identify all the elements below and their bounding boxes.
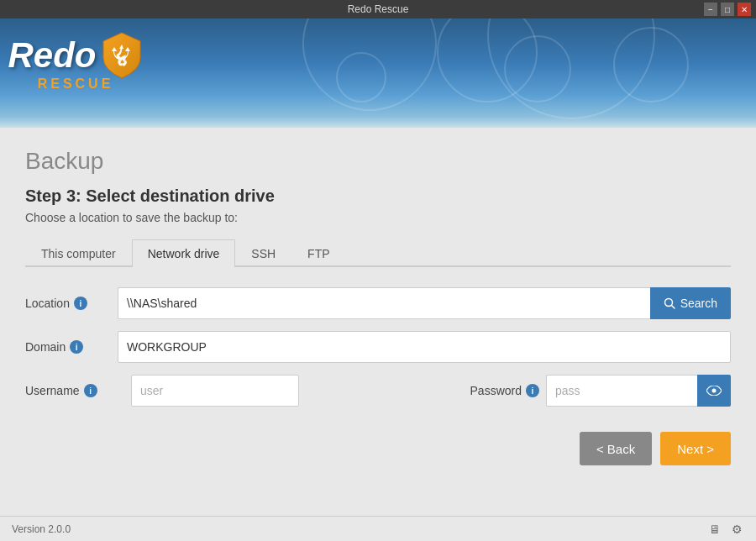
footer-icons: 🖥 ⚙ [707, 522, 744, 537]
search-icon [664, 297, 675, 309]
tab-bar: This computer Network drive SSH FTP [25, 238, 731, 267]
page-title: Backup [25, 148, 731, 175]
svg-line-2 [671, 306, 675, 309]
next-button[interactable]: Next > [660, 432, 731, 465]
password-info-icon[interactable]: i [526, 384, 539, 397]
location-info-icon[interactable]: i [74, 297, 87, 310]
main-content: Backup Step 3: Select destination drive … [0, 128, 756, 541]
username-info-icon[interactable]: i [84, 384, 97, 397]
logo: Redo ♻ RESCUE [17, 31, 134, 92]
window-controls: − □ ✕ [704, 3, 751, 16]
tab-this-computer[interactable]: This computer [25, 239, 132, 267]
password-group: Password i [470, 375, 731, 407]
network-icon: 🖥 [707, 522, 722, 537]
version-label: Version 2.0.0 [12, 523, 71, 535]
password-label: Password i [470, 384, 539, 397]
password-input-wrap [546, 375, 731, 407]
step-title: Step 3: Select destination drive [25, 186, 731, 206]
settings-icon: ⚙ [729, 522, 744, 537]
nav-buttons: < Back Next > [25, 432, 731, 465]
close-button[interactable]: ✕ [738, 3, 751, 16]
footer: Version 2.0.0 🖥 ⚙ [0, 516, 756, 541]
header-banner: Redo ♻ RESCUE [0, 18, 756, 128]
show-password-button[interactable] [697, 375, 731, 407]
svg-point-3 [712, 389, 717, 393]
username-input[interactable] [131, 375, 299, 407]
domain-info-icon[interactable]: i [70, 340, 83, 354]
logo-shield-icon: ♻ [100, 31, 144, 80]
tab-network-drive[interactable]: Network drive [132, 239, 236, 267]
step-subtitle: Choose a location to save the backup to: [25, 211, 731, 224]
window-title: Redo Rescue [348, 3, 409, 15]
eye-icon [706, 386, 722, 396]
logo-redo-text: Redo [8, 38, 97, 73]
domain-row: Domain i [25, 331, 731, 363]
domain-label: Domain i [25, 340, 118, 354]
logo-rescue-text: RESCUE [38, 76, 114, 92]
tab-ssh[interactable]: SSH [235, 239, 291, 267]
location-input[interactable] [118, 287, 650, 319]
maximize-button[interactable]: □ [721, 3, 734, 16]
domain-input[interactable] [118, 331, 731, 363]
username-label: Username i [25, 384, 118, 397]
location-input-group: Search [118, 287, 731, 319]
password-input[interactable] [546, 375, 697, 407]
credentials-row: Username i Password i [25, 375, 731, 407]
search-button[interactable]: Search [650, 287, 731, 319]
svg-text:♻: ♻ [116, 55, 127, 69]
tab-ftp[interactable]: FTP [291, 239, 345, 267]
titlebar: Redo Rescue − □ ✕ [0, 0, 756, 18]
minimize-button[interactable]: − [704, 3, 717, 16]
location-row: Location i Search [25, 287, 731, 319]
location-label: Location i [25, 297, 118, 310]
back-button[interactable]: < Back [580, 432, 652, 465]
